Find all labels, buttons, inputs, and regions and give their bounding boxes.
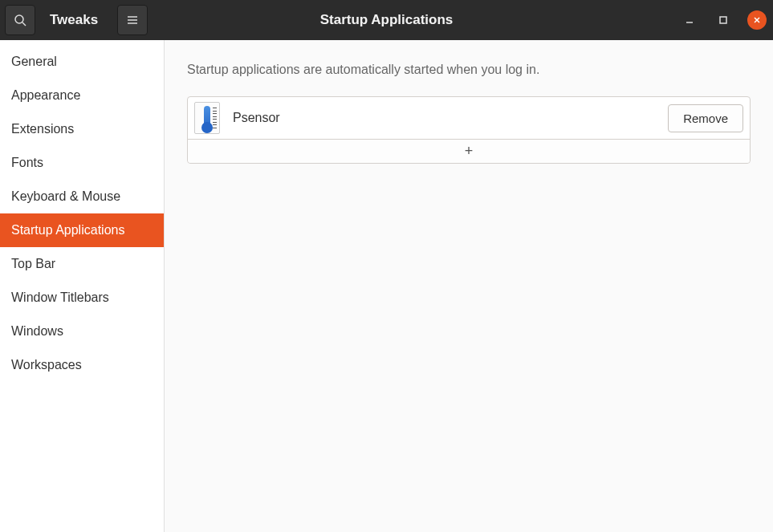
maximize-button[interactable] (714, 10, 733, 30)
hamburger-icon (126, 14, 139, 26)
app-name-label: Psensor (233, 111, 655, 125)
sidebar-item-label: Startup Applications (11, 223, 124, 237)
sidebar-item-workspaces[interactable]: Workspaces (0, 348, 164, 382)
body-area: GeneralAppearanceExtensionsFontsKeyboard… (0, 40, 773, 532)
search-icon (14, 14, 26, 26)
sidebar-item-label: Extensions (11, 122, 74, 136)
sidebar-item-label: Top Bar (11, 257, 55, 270)
description-text: Startup applications are automatically s… (187, 63, 751, 77)
hamburger-menu-button[interactable] (117, 5, 148, 35)
remove-button[interactable]: Remove (668, 104, 743, 132)
svg-line-1 (22, 22, 26, 26)
svg-point-0 (15, 15, 23, 23)
sidebar-item-windows[interactable]: Windows (0, 315, 164, 348)
app-title: Tweaks (50, 12, 98, 28)
sidebar-item-label: Workspaces (11, 358, 82, 372)
sidebar-item-label: Fonts (11, 156, 43, 169)
app-row: PsensorRemove (188, 97, 750, 139)
maximize-icon (718, 15, 728, 25)
search-button[interactable] (5, 5, 35, 35)
sidebar: GeneralAppearanceExtensionsFontsKeyboard… (0, 40, 165, 532)
window-controls (680, 10, 767, 30)
minimize-icon (685, 15, 694, 25)
close-icon (752, 15, 762, 25)
page-title: Startup Applications (320, 12, 454, 28)
minimize-button[interactable] (680, 10, 699, 30)
sidebar-item-label: Keyboard & Mouse (11, 189, 120, 203)
sidebar-item-keyboard-mouse[interactable]: Keyboard & Mouse (0, 180, 164, 213)
sidebar-item-top-bar[interactable]: Top Bar (0, 247, 164, 281)
sidebar-item-label: Window Titlebars (11, 290, 109, 304)
startup-apps-list: PsensorRemove + (187, 96, 751, 164)
close-button[interactable] (747, 10, 767, 30)
sidebar-item-startup-applications[interactable]: Startup Applications (0, 213, 164, 247)
sidebar-item-appearance[interactable]: Appearance (0, 79, 164, 112)
sidebar-item-label: Windows (11, 324, 63, 338)
content-pane: Startup applications are automatically s… (165, 40, 773, 532)
sidebar-item-fonts[interactable]: Fonts (0, 146, 164, 180)
sidebar-item-extensions[interactable]: Extensions (0, 112, 164, 146)
sidebar-item-window-titlebars[interactable]: Window Titlebars (0, 281, 164, 315)
sidebar-item-label: General (11, 55, 57, 68)
sidebar-item-general[interactable]: General (0, 45, 164, 79)
titlebar-left: Tweaks (0, 0, 148, 40)
titlebar: Tweaks Startup Applications (0, 0, 773, 40)
svg-rect-6 (720, 17, 726, 23)
plus-icon: + (465, 143, 474, 160)
thermometer-icon (194, 102, 220, 134)
add-app-button[interactable]: + (188, 139, 750, 163)
sidebar-item-label: Appearance (11, 88, 80, 102)
